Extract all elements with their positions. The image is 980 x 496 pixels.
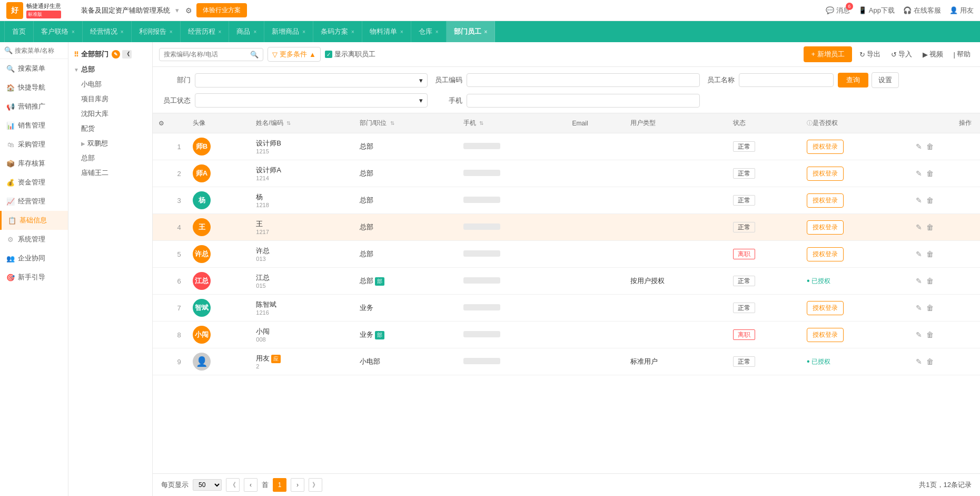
more-filter-btn[interactable]: ▽ 更多条件 ▲ bbox=[268, 47, 321, 62]
delete-icon[interactable]: 🗑 bbox=[926, 142, 934, 151]
nav-tab-商品[interactable]: 商品× bbox=[229, 21, 264, 42]
search-input[interactable] bbox=[164, 51, 248, 58]
tab-close-仓库[interactable]: × bbox=[435, 29, 439, 35]
reset-button[interactable]: 设置 bbox=[872, 72, 899, 88]
sidebar-item-finance[interactable]: 💰资金管理 bbox=[0, 173, 68, 192]
dept-collapse-btn[interactable]: 《 bbox=[122, 50, 132, 59]
search-box[interactable]: 🔍 bbox=[159, 48, 263, 61]
current-page-btn[interactable]: 1 bbox=[273, 478, 286, 492]
dept-node-zongbu[interactable]: ▼总部 bbox=[68, 62, 152, 77]
sidebar-item-search[interactable]: 🔍搜索菜单 bbox=[0, 59, 68, 78]
edit-icon[interactable]: ✎ bbox=[916, 277, 922, 285]
prev-page-btn[interactable]: ‹ bbox=[244, 478, 258, 492]
tab-close-新增商品[interactable]: × bbox=[302, 29, 305, 35]
dept-node-zongbu2[interactable]: 总部 bbox=[68, 151, 152, 166]
tab-close-经营情况[interactable]: × bbox=[121, 29, 124, 35]
help-btn[interactable]: | 帮助 bbox=[951, 47, 974, 61]
sidebar-item-marketing[interactable]: 📢营销推广 bbox=[0, 97, 68, 116]
edit-icon[interactable]: ✎ bbox=[916, 169, 922, 178]
edit-icon[interactable]: ✎ bbox=[916, 304, 922, 312]
filter-dept-select[interactable]: ▾ bbox=[195, 73, 428, 87]
first-page-btn[interactable]: 《 bbox=[226, 478, 240, 492]
nav-tab-首页[interactable]: 首页 bbox=[4, 21, 34, 42]
import-btn[interactable]: ↺ 导入 bbox=[888, 47, 915, 61]
query-button[interactable]: 查询 bbox=[838, 73, 868, 87]
filter-status-select[interactable]: ▾ bbox=[195, 93, 428, 108]
auth-info-icon[interactable]: ⓘ bbox=[807, 120, 813, 126]
sort-phone-icon[interactable]: ⇅ bbox=[479, 120, 483, 126]
delete-icon[interactable]: 🗑 bbox=[926, 169, 934, 178]
last-page-btn[interactable]: 》 bbox=[309, 478, 322, 492]
sidebar-search-input[interactable] bbox=[15, 47, 68, 54]
delete-icon[interactable]: 🗑 bbox=[926, 330, 934, 339]
page-size-select[interactable]: 50 20 100 bbox=[193, 479, 222, 491]
user-menu[interactable]: 👤 用友 bbox=[949, 6, 974, 15]
edit-icon[interactable]: ✎ bbox=[916, 223, 922, 231]
delete-icon[interactable]: 🗑 bbox=[926, 196, 934, 205]
edit-icon[interactable]: ✎ bbox=[916, 142, 922, 151]
dept-node-shenyang[interactable]: 沈阳大库 bbox=[68, 106, 152, 121]
filter-phone-input[interactable] bbox=[467, 94, 699, 108]
dept-node-xiaodian[interactable]: 小电部 bbox=[68, 77, 152, 92]
nav-tab-物料清单[interactable]: 物料清单× bbox=[362, 21, 411, 42]
edit-icon[interactable]: ✎ bbox=[916, 357, 922, 366]
auth-button[interactable]: 授权登录 bbox=[807, 193, 844, 208]
delete-icon[interactable]: 🗑 bbox=[926, 277, 934, 285]
sort-name-icon[interactable]: ⇅ bbox=[286, 120, 291, 126]
th-name[interactable]: 姓名/编码 ⇅ bbox=[252, 113, 355, 133]
dept-node-project[interactable]: 项目库房 bbox=[68, 92, 152, 106]
dept-edit-btn[interactable]: ✎ bbox=[112, 50, 120, 59]
sidebar-search[interactable]: 🔍 bbox=[0, 42, 68, 59]
edit-icon[interactable]: ✎ bbox=[916, 330, 922, 339]
th-phone[interactable]: 手机 ⇅ bbox=[459, 113, 568, 133]
auth-button[interactable]: 授权登录 bbox=[807, 301, 844, 315]
delete-icon[interactable]: 🗑 bbox=[926, 223, 934, 231]
tab-close-利润报告[interactable]: × bbox=[170, 29, 173, 35]
dept-node-peihuo[interactable]: 配货 bbox=[68, 121, 152, 136]
search-icon[interactable]: 🔍 bbox=[250, 51, 259, 59]
nav-tab-经营情况[interactable]: 经营情况× bbox=[83, 21, 132, 42]
filter-empcode-input[interactable] bbox=[467, 73, 699, 87]
filter-empname-input[interactable] bbox=[739, 73, 834, 87]
tab-close-部门员工[interactable]: × bbox=[484, 29, 488, 35]
nav-tab-新增商品[interactable]: 新增商品× bbox=[264, 21, 313, 42]
settings-icon[interactable]: ⚙ bbox=[185, 6, 192, 15]
sidebar-item-purchase[interactable]: 🛍采购管理 bbox=[0, 135, 68, 154]
dropdown-icon[interactable]: ▾ bbox=[175, 6, 179, 14]
sidebar-item-quicknav[interactable]: 🏠快捷导航 bbox=[0, 78, 68, 97]
tab-close-物料清单[interactable]: × bbox=[400, 29, 403, 35]
nav-tab-条码方案[interactable]: 条码方案× bbox=[313, 21, 362, 42]
edit-icon[interactable]: ✎ bbox=[916, 250, 922, 258]
tab-close-经营历程[interactable]: × bbox=[219, 29, 222, 35]
view-btn[interactable]: ▶ 视频 bbox=[919, 47, 946, 61]
dept-node-miaopuwang[interactable]: 庙铺王二 bbox=[68, 166, 152, 180]
app-download-btn[interactable]: 📱 App下载 bbox=[858, 6, 895, 15]
sidebar-item-operations[interactable]: 📈经营管理 bbox=[0, 192, 68, 211]
delete-icon[interactable]: 🗑 bbox=[926, 304, 934, 312]
notification-btn[interactable]: 💬 消息 6 bbox=[826, 6, 850, 15]
add-employee-button[interactable]: + 新增员工 bbox=[804, 46, 852, 62]
delete-icon[interactable]: 🗑 bbox=[926, 357, 934, 366]
online-service-btn[interactable]: 🎧 在线客服 bbox=[903, 6, 941, 15]
nav-tab-经营历程[interactable]: 经营历程× bbox=[181, 21, 230, 42]
nav-tab-部门员工[interactable]: 部门员工× bbox=[447, 21, 496, 42]
auth-button[interactable]: 授权登录 bbox=[807, 328, 844, 342]
tab-close-商品[interactable]: × bbox=[253, 29, 256, 35]
tab-close-条码方案[interactable]: × bbox=[351, 29, 354, 35]
th-settings[interactable]: ⚙ bbox=[153, 113, 170, 133]
sidebar-item-basics[interactable]: 📋基础信息 bbox=[0, 211, 68, 230]
sidebar-item-inventory[interactable]: 📦库存核算 bbox=[0, 154, 68, 173]
edit-icon[interactable]: ✎ bbox=[916, 196, 922, 205]
sort-dept-icon[interactable]: ⇅ bbox=[390, 120, 394, 126]
auth-button[interactable]: 授权登录 bbox=[807, 247, 844, 261]
nav-tab-客户联络[interactable]: 客户联络× bbox=[34, 21, 83, 42]
tab-close-客户联络[interactable]: × bbox=[72, 29, 75, 35]
dept-node-shuangpeng[interactable]: ▶双鹏想 bbox=[68, 136, 152, 151]
th-dept[interactable]: 部门/职位 ⇅ bbox=[355, 113, 459, 133]
nav-tab-利润报告[interactable]: 利润报告× bbox=[132, 21, 181, 42]
next-page-btn[interactable]: › bbox=[291, 478, 304, 492]
sidebar-item-system[interactable]: ⚙系统管理 bbox=[0, 230, 68, 249]
auth-button[interactable]: 授权登录 bbox=[807, 220, 844, 235]
auth-button[interactable]: 授权登录 bbox=[807, 167, 844, 181]
auth-button[interactable]: 授权登录 bbox=[807, 140, 844, 154]
